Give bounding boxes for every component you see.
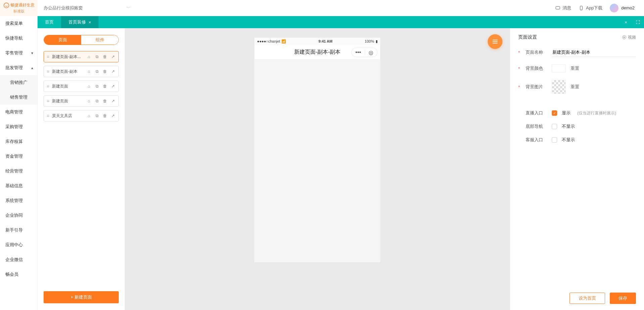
share-icon[interactable]: ↗ xyxy=(110,84,116,89)
bg-image-reset[interactable]: 重置 xyxy=(571,84,579,90)
nav-sub-item[interactable]: 销售管理 xyxy=(0,90,37,105)
nav-item[interactable]: 基础信息 xyxy=(0,178,37,193)
svg-point-0 xyxy=(4,3,9,8)
nav-item[interactable]: 资金管理 xyxy=(0,149,37,164)
checkbox-bottom-nav-text: 不显示 xyxy=(562,123,575,130)
nav-item-label: 应用中心 xyxy=(5,242,23,248)
copy-icon[interactable]: ⧉ xyxy=(94,113,100,118)
more-icon: ••• xyxy=(356,49,361,55)
share-icon[interactable]: ↗ xyxy=(110,113,116,118)
header-messages[interactable]: 消息 xyxy=(555,5,571,11)
drag-icon[interactable]: ≡ xyxy=(47,98,49,104)
settings-title: 页面设置 xyxy=(518,34,537,40)
header-app-download[interactable]: App下载 xyxy=(579,5,602,11)
nav-item[interactable]: 批发管理▲ xyxy=(0,60,37,75)
delete-icon[interactable]: 🗑 xyxy=(102,113,108,118)
copy-icon[interactable]: ⧉ xyxy=(94,54,100,59)
page-list-row[interactable]: ≡新建页面⌂⧉🗑↗ xyxy=(44,81,119,92)
save-button[interactable]: 保存 xyxy=(610,293,636,304)
checkbox-customer-service[interactable] xyxy=(552,137,557,143)
nav-item-label: 企业微信 xyxy=(5,257,23,263)
page-list-row[interactable]: ≡新建页面⌂⧉🗑↗ xyxy=(44,95,119,107)
home-icon[interactable]: ⌂ xyxy=(86,69,92,74)
nav-item[interactable]: 经营管理 xyxy=(0,164,37,178)
drag-icon[interactable]: ≡ xyxy=(47,69,49,74)
nav-item[interactable]: 企业协同 xyxy=(0,208,37,223)
nav-item-label: 新手引导 xyxy=(5,227,23,233)
delete-icon[interactable]: 🗑 xyxy=(102,84,108,89)
checkbox-live-entry-text: 显示 xyxy=(562,110,571,116)
set-home-button[interactable]: 设为首页 xyxy=(570,293,605,304)
nav-item[interactable]: 新手引导 xyxy=(0,223,37,238)
new-page-button[interactable]: + 新建页面 xyxy=(44,291,119,303)
nav-item-label: 畅会员 xyxy=(5,271,18,277)
checkbox-customer-service-text: 不显示 xyxy=(562,137,575,143)
nav-item[interactable]: 畅会员 xyxy=(0,267,37,282)
battery-icon: ▮ xyxy=(376,39,378,44)
user-name[interactable]: demo2 xyxy=(621,5,635,10)
label-bg-color: 背景颜色 xyxy=(526,65,547,71)
home-icon[interactable]: ⌂ xyxy=(86,98,92,104)
bg-image-swatch[interactable] xyxy=(552,80,566,94)
account-selector-label: 办公品行业模拟账套 xyxy=(44,5,83,11)
nav-item[interactable]: 应用中心 xyxy=(0,238,37,252)
miniprogram-capsule[interactable]: ••• ◎ xyxy=(352,48,378,57)
nav-sub-item[interactable]: 营销推广 xyxy=(0,75,37,90)
delete-icon[interactable]: 🗑 xyxy=(102,54,108,59)
label-bg-image: 背景图片 xyxy=(526,84,547,90)
nav-item-label: 系统管理 xyxy=(5,198,23,204)
page-row-name: 新建页面 xyxy=(52,84,84,89)
page-row-name: 新建页面 xyxy=(52,98,84,104)
canvas-menu-fab[interactable] xyxy=(488,34,502,49)
home-icon[interactable]: ⌂ xyxy=(86,84,92,89)
share-icon[interactable]: ↗ xyxy=(110,98,116,104)
input-page-name[interactable] xyxy=(552,48,636,57)
page-list-row[interactable]: ≡新建页面-副本...⌂⧉🗑↗ xyxy=(44,51,119,62)
copy-icon[interactable]: ⧉ xyxy=(94,84,100,89)
home-icon[interactable]: ⌂ xyxy=(86,113,92,118)
checkbox-bottom-nav[interactable] xyxy=(552,124,557,129)
drag-icon[interactable]: ≡ xyxy=(47,84,49,89)
header-messages-label: 消息 xyxy=(562,5,571,11)
tabs-fullscreen[interactable] xyxy=(632,16,644,28)
copy-icon[interactable]: ⧉ xyxy=(94,98,100,104)
tab-home[interactable]: 首页 xyxy=(38,16,61,28)
share-icon[interactable]: ↗ xyxy=(110,54,116,59)
bg-color-swatch[interactable] xyxy=(552,64,566,72)
home-icon[interactable]: ⌂ xyxy=(86,54,92,59)
delete-icon[interactable]: 🗑 xyxy=(102,69,108,74)
drag-icon[interactable]: ≡ xyxy=(47,113,49,118)
account-selector[interactable]: 办公品行业模拟账套 ﹀ xyxy=(44,5,131,11)
share-icon[interactable]: ↗ xyxy=(110,69,116,74)
drag-icon[interactable]: ≡ xyxy=(47,54,49,59)
nav-item[interactable]: 采购管理 xyxy=(0,119,37,134)
nav-item[interactable]: 企业微信 xyxy=(0,252,37,267)
tabs-close-all[interactable]: × xyxy=(620,16,632,28)
target-icon: ◎ xyxy=(369,49,373,56)
phone-battery: 100% xyxy=(365,39,374,43)
segment-component[interactable]: 组件 xyxy=(81,35,118,45)
message-icon xyxy=(555,5,560,11)
delete-icon[interactable]: 🗑 xyxy=(102,98,108,104)
phone-body[interactable] xyxy=(255,60,380,262)
field-bg-color: * 背景颜色 重置 xyxy=(518,64,636,72)
page-list-row[interactable]: ≡昊天文具店⌂⧉🗑↗ xyxy=(44,110,119,121)
close-icon[interactable]: × xyxy=(89,20,91,25)
bg-color-reset[interactable]: 重置 xyxy=(571,65,579,71)
header-app-download-label: App下载 xyxy=(586,5,602,11)
tab-page-decorate[interactable]: 首页装修 × xyxy=(61,16,99,28)
menu-icon xyxy=(491,38,499,45)
nav-item[interactable]: 库存核算 xyxy=(0,134,37,149)
nav-item-label: 电商管理 xyxy=(5,109,23,115)
nav-item[interactable]: 零售管理▼ xyxy=(0,46,37,60)
nav-item[interactable]: 快捷导航 xyxy=(0,31,37,46)
page-list-row[interactable]: ≡新建页面-副本⌂⧉🗑↗ xyxy=(44,66,119,77)
segment-page[interactable]: 页面 xyxy=(44,35,81,45)
nav-item[interactable]: 搜索菜单 xyxy=(0,16,37,31)
copy-icon[interactable]: ⧉ xyxy=(94,69,100,74)
settings-video-link[interactable]: 视频 xyxy=(622,35,636,40)
nav-item[interactable]: 系统管理 xyxy=(0,193,37,208)
checkbox-live-entry[interactable] xyxy=(552,110,557,116)
nav-item[interactable]: 电商管理 xyxy=(0,105,37,119)
user-avatar[interactable] xyxy=(610,4,619,12)
